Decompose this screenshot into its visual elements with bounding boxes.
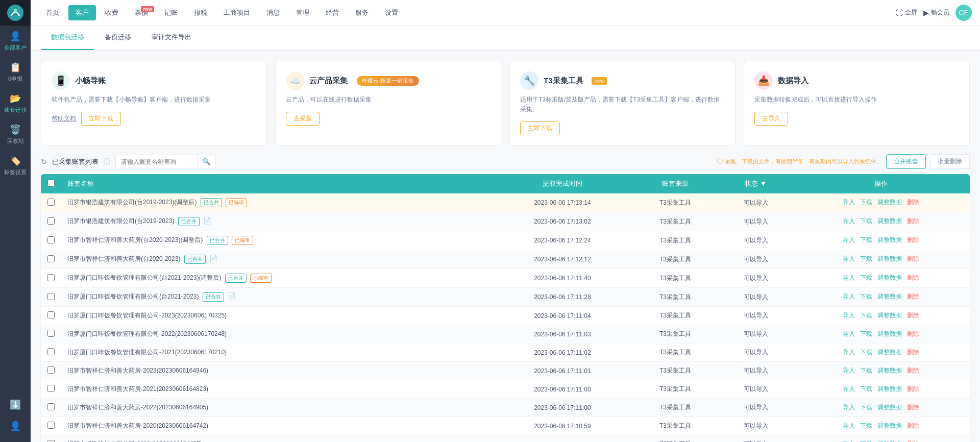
nav-item-tax[interactable]: 报税 bbox=[187, 5, 214, 20]
row-op-删除[interactable]: 删除 bbox=[907, 385, 919, 394]
row-op-导入[interactable]: 导入 bbox=[843, 236, 855, 244]
col-status[interactable]: 状态 ▼ bbox=[719, 174, 793, 193]
row-op-下载[interactable]: 下载 bbox=[860, 236, 872, 244]
row-op-删除[interactable]: 删除 bbox=[907, 236, 919, 244]
nav-item-bookkeeping[interactable]: 记账 bbox=[157, 5, 185, 20]
row-op-删除[interactable]: 删除 bbox=[907, 440, 919, 442]
download-now-btn-3[interactable]: 立即下载 bbox=[520, 121, 560, 135]
row-checkbox[interactable] bbox=[47, 199, 55, 206]
row-op-删除[interactable]: 删除 bbox=[907, 366, 919, 375]
nav-item-manage[interactable]: 管理 bbox=[289, 5, 316, 20]
row-op-导入[interactable]: 导入 bbox=[843, 217, 855, 226]
tab-backup-migration[interactable]: 备份迁移 bbox=[94, 26, 141, 50]
row-op-导入[interactable]: 导入 bbox=[843, 274, 855, 282]
row-op-下载[interactable]: 下载 bbox=[860, 311, 872, 320]
sidebar-item-download[interactable]: ⬇️ bbox=[0, 394, 31, 415]
row-op-导入[interactable]: 导入 bbox=[843, 311, 855, 320]
help-doc-link[interactable]: 帮助文档 bbox=[52, 114, 76, 123]
sidebar-item-account-migration[interactable]: 📂 账套迁移 bbox=[0, 88, 31, 119]
row-op-删除[interactable]: 删除 bbox=[907, 198, 919, 207]
row-op-下载[interactable]: 下载 bbox=[860, 198, 872, 207]
row-op-下载[interactable]: 下载 bbox=[860, 217, 872, 226]
go-collect-btn[interactable]: 去采集 bbox=[286, 112, 320, 126]
row-op-调整数据[interactable]: 调整数据 bbox=[877, 217, 902, 226]
row-op-下载[interactable]: 下载 bbox=[860, 422, 872, 430]
row-extra-icon[interactable]: 📄 bbox=[209, 255, 217, 262]
go-import-btn[interactable]: 去导入 bbox=[754, 112, 788, 126]
row-op-删除[interactable]: 删除 bbox=[907, 311, 919, 320]
nav-item-operations[interactable]: 经营 bbox=[318, 5, 346, 20]
nav-item-settings[interactable]: 设置 bbox=[378, 5, 405, 20]
row-op-调整数据[interactable]: 调整数据 bbox=[877, 403, 902, 412]
row-checkbox[interactable] bbox=[47, 236, 55, 243]
row-op-导入[interactable]: 导入 bbox=[843, 366, 855, 375]
row-op-导入[interactable]: 导入 bbox=[843, 348, 855, 357]
member-btn[interactable]: ▶ 畅会员 bbox=[923, 8, 949, 17]
row-op-下载[interactable]: 下载 bbox=[860, 403, 872, 412]
help-icon[interactable]: ⓘ bbox=[104, 157, 110, 166]
row-op-下载[interactable]: 下载 bbox=[860, 348, 872, 357]
row-checkbox[interactable] bbox=[47, 385, 55, 392]
search-input[interactable] bbox=[116, 156, 198, 168]
batch-delete-btn[interactable]: 批量删除 bbox=[930, 154, 970, 169]
row-op-删除[interactable]: 删除 bbox=[907, 217, 919, 226]
row-op-调整数据[interactable]: 调整数据 bbox=[877, 274, 902, 282]
sidebar-logo[interactable] bbox=[0, 0, 31, 26]
row-op-下载[interactable]: 下载 bbox=[860, 366, 872, 375]
row-op-调整数据[interactable]: 调整数据 bbox=[877, 236, 902, 244]
nav-item-home[interactable]: 首页 bbox=[39, 5, 66, 20]
row-op-导入[interactable]: 导入 bbox=[843, 292, 855, 301]
nav-item-service[interactable]: 服务 bbox=[348, 5, 376, 20]
row-checkbox[interactable] bbox=[47, 366, 55, 374]
row-checkbox[interactable] bbox=[47, 217, 55, 225]
sidebar-item-user-bottom[interactable]: 👤 bbox=[0, 415, 31, 437]
nav-item-clients[interactable]: 客户 bbox=[68, 5, 96, 20]
nav-item-business[interactable]: 工商项目 bbox=[216, 5, 257, 20]
select-all-checkbox[interactable] bbox=[47, 180, 55, 187]
row-checkbox[interactable] bbox=[47, 274, 55, 281]
row-op-删除[interactable]: 删除 bbox=[907, 292, 919, 301]
row-op-导入[interactable]: 导入 bbox=[843, 198, 855, 207]
row-op-下载[interactable]: 下载 bbox=[860, 440, 872, 442]
row-checkbox[interactable] bbox=[47, 311, 55, 318]
sidebar-item-recycle[interactable]: 🗑️ 回收站 bbox=[0, 119, 31, 150]
row-op-调整数据[interactable]: 调整数据 bbox=[877, 311, 902, 320]
row-checkbox[interactable] bbox=[47, 348, 55, 355]
row-op-调整数据[interactable]: 调整数据 bbox=[877, 366, 902, 375]
row-op-调整数据[interactable]: 调整数据 bbox=[877, 440, 902, 442]
merge-accounts-btn[interactable]: 合并账套 bbox=[886, 154, 926, 169]
row-op-下载[interactable]: 下载 bbox=[860, 255, 872, 263]
row-op-调整数据[interactable]: 调整数据 bbox=[877, 292, 902, 301]
row-op-删除[interactable]: 删除 bbox=[907, 348, 919, 357]
user-avatar[interactable]: CE bbox=[955, 5, 972, 21]
row-op-调整数据[interactable]: 调整数据 bbox=[877, 348, 902, 357]
row-op-下载[interactable]: 下载 bbox=[860, 385, 872, 394]
row-op-导入[interactable]: 导入 bbox=[843, 255, 855, 263]
row-op-调整数据[interactable]: 调整数据 bbox=[877, 422, 902, 430]
row-op-调整数据[interactable]: 调整数据 bbox=[877, 255, 902, 263]
row-op-导入[interactable]: 导入 bbox=[843, 422, 855, 430]
tab-audit-export[interactable]: 审计文件导出 bbox=[141, 26, 202, 50]
row-op-删除[interactable]: 删除 bbox=[907, 330, 919, 338]
nav-item-fees[interactable]: 收费 bbox=[98, 5, 126, 20]
row-op-下载[interactable]: 下载 bbox=[860, 292, 872, 301]
row-op-下载[interactable]: 下载 bbox=[860, 330, 872, 338]
row-checkbox[interactable] bbox=[47, 422, 55, 429]
sidebar-item-all-clients[interactable]: 👤 全部客户 bbox=[0, 26, 31, 57]
row-op-删除[interactable]: 删除 bbox=[907, 403, 919, 412]
row-checkbox[interactable] bbox=[47, 255, 55, 262]
tab-data-migration[interactable]: 数据包迁移 bbox=[41, 26, 94, 50]
row-checkbox[interactable] bbox=[47, 330, 55, 337]
nav-item-messages[interactable]: 消息 bbox=[259, 5, 287, 20]
row-extra-icon[interactable]: 📄 bbox=[228, 292, 236, 300]
row-checkbox[interactable] bbox=[47, 293, 55, 300]
sidebar-item-tag-settings[interactable]: 🏷️ 标签设置 bbox=[0, 150, 31, 181]
row-op-下载[interactable]: 下载 bbox=[860, 274, 872, 282]
row-op-导入[interactable]: 导入 bbox=[843, 385, 855, 394]
row-op-删除[interactable]: 删除 bbox=[907, 255, 919, 263]
row-op-删除[interactable]: 删除 bbox=[907, 274, 919, 282]
row-op-导入[interactable]: 导入 bbox=[843, 440, 855, 442]
row-op-删除[interactable]: 删除 bbox=[907, 422, 919, 430]
download-now-btn-1[interactable]: 立即下载 bbox=[81, 112, 121, 126]
sidebar-item-declaration[interactable]: 📋 0申报 bbox=[0, 57, 31, 88]
